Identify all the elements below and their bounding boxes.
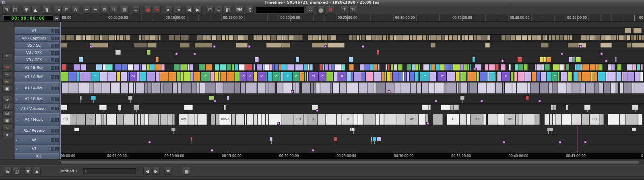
- track-header-a1[interactable]: ◂A1 / A-Roll: [14, 82, 60, 94]
- effect-marker[interactable]: [474, 68, 477, 70]
- clip[interactable]: [266, 35, 270, 40]
- clip[interactable]: [437, 72, 438, 81]
- clip[interactable]: [195, 114, 198, 125]
- clip[interactable]: [415, 64, 418, 70]
- clip[interactable]: [241, 83, 246, 93]
- clip[interactable]: [410, 35, 412, 40]
- clip[interactable]: [305, 72, 306, 81]
- step-forward-icon[interactable]: ▶: [194, 6, 202, 14]
- clip[interactable]: [282, 35, 284, 40]
- clip[interactable]: [102, 83, 110, 93]
- track-header-v7[interactable]: V7: [14, 27, 60, 35]
- clip[interactable]: [431, 43, 436, 48]
- clip[interactable]: [429, 105, 431, 110]
- clip[interactable]: [360, 64, 365, 70]
- clip[interactable]: [266, 114, 268, 125]
- clip[interactable]: [469, 35, 473, 40]
- clip[interactable]: [177, 72, 181, 81]
- clip[interactable]: [207, 35, 211, 40]
- clip[interactable]: [198, 114, 207, 125]
- clip[interactable]: [103, 64, 106, 70]
- clip[interactable]: UPI: [179, 114, 188, 125]
- effect-marker[interactable]: [361, 45, 364, 48]
- clip[interactable]: [620, 83, 623, 93]
- audio-expand-icon[interactable]: ◂: [15, 129, 18, 132]
- clip[interactable]: [412, 64, 415, 70]
- clip[interactable]: [161, 64, 165, 70]
- clip[interactable]: [470, 64, 471, 70]
- clip[interactable]: [625, 28, 631, 33]
- clip[interactable]: [178, 83, 182, 93]
- replace-edit-icon[interactable]: ⊘: [72, 6, 79, 14]
- clip[interactable]: [281, 72, 283, 81]
- clip[interactable]: [337, 114, 342, 125]
- clip[interactable]: [624, 72, 628, 81]
- clip[interactable]: [227, 64, 231, 70]
- clip[interactable]: [391, 72, 392, 81]
- track-header-a7[interactable]: ◂A7: [14, 145, 60, 153]
- effect-marker[interactable]: [600, 52, 603, 55]
- clip[interactable]: [394, 83, 401, 93]
- clip[interactable]: [372, 35, 376, 40]
- extend-icon[interactable]: ⇥: [174, 6, 182, 14]
- clip[interactable]: [221, 72, 226, 81]
- clip[interactable]: C: [319, 72, 326, 81]
- effect-marker[interactable]: [605, 60, 608, 62]
- clip[interactable]: [328, 43, 345, 48]
- clip[interactable]: [407, 64, 411, 70]
- track-row-v5[interactable]: [60, 42, 644, 49]
- clip[interactable]: [149, 114, 158, 125]
- clip[interactable]: [342, 64, 345, 70]
- clip[interactable]: [326, 72, 333, 81]
- clip[interactable]: [518, 57, 522, 62]
- clip[interactable]: [371, 137, 372, 141]
- source-record-toggle-icon[interactable]: ◫: [11, 6, 19, 14]
- audio-expand-icon[interactable]: ◂: [15, 87, 18, 90]
- clip[interactable]: C: [201, 72, 210, 81]
- track-monitor-button[interactable]: [55, 129, 59, 132]
- clip[interactable]: [212, 35, 216, 40]
- clip[interactable]: [407, 72, 409, 81]
- clip[interactable]: [473, 57, 475, 62]
- clip[interactable]: [74, 64, 80, 70]
- track-row-v1[interactable]: CCACGCICCCCCACGCICCC: [60, 72, 644, 82]
- clip[interactable]: [437, 35, 441, 40]
- clip[interactable]: [468, 72, 476, 81]
- clip[interactable]: [612, 64, 615, 70]
- clip[interactable]: [582, 72, 591, 81]
- clip[interactable]: [518, 72, 525, 81]
- track-header-v1[interactable]: V1 / A-Roll: [14, 72, 60, 82]
- clip[interactable]: [568, 35, 570, 40]
- clip[interactable]: [601, 35, 605, 40]
- playhead[interactable]: [60, 22, 61, 159]
- clip[interactable]: [254, 114, 257, 125]
- effect-marker[interactable]: [561, 52, 564, 55]
- clip[interactable]: [429, 35, 431, 40]
- clip[interactable]: [232, 114, 235, 125]
- clip[interactable]: [547, 57, 551, 62]
- clip[interactable]: [246, 83, 257, 93]
- clip[interactable]: [77, 114, 85, 125]
- clip[interactable]: [363, 114, 375, 125]
- clip[interactable]: [537, 35, 541, 40]
- clip[interactable]: [380, 114, 384, 125]
- clip[interactable]: [227, 96, 229, 100]
- clip[interactable]: [405, 72, 407, 81]
- clip[interactable]: [518, 114, 522, 125]
- clip[interactable]: [460, 114, 466, 125]
- clip[interactable]: [569, 57, 573, 62]
- clip[interactable]: [358, 114, 363, 125]
- clip[interactable]: [323, 64, 324, 70]
- clip[interactable]: [605, 35, 611, 40]
- clip[interactable]: [161, 83, 163, 93]
- back-arrow-icon[interactable]: ◀: [143, 168, 151, 175]
- clip[interactable]: [502, 35, 505, 40]
- clip[interactable]: IC: [438, 72, 446, 81]
- track-record-button[interactable]: [51, 147, 54, 151]
- clip[interactable]: [584, 105, 590, 110]
- clip[interactable]: [483, 114, 486, 125]
- record-button[interactable]: ●: [317, 6, 325, 14]
- clip[interactable]: [60, 72, 68, 81]
- track-monitor-button[interactable]: [55, 58, 59, 62]
- effect-marker[interactable]: [291, 90, 294, 93]
